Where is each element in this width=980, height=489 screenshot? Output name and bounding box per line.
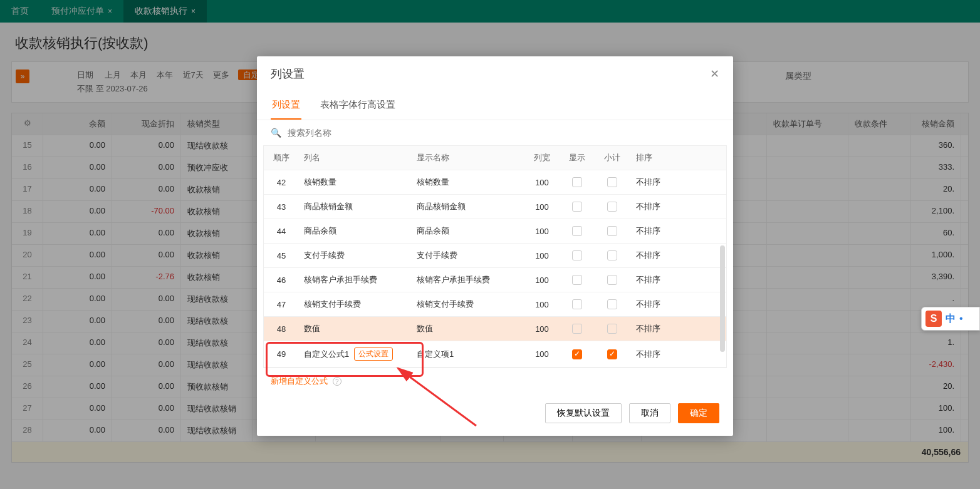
subtotal-checkbox[interactable] [607,226,617,236]
subtotal-checkbox[interactable] [607,177,617,187]
show-checkbox[interactable] [572,299,582,309]
ime-indicator[interactable]: S 中 • [921,307,980,331]
ime-more-icon: • [959,313,963,324]
add-custom-formula-link[interactable]: 新增自定义公式 [271,376,328,386]
search-columns-input[interactable] [288,128,719,138]
column-config-row[interactable]: 44商品余额商品余额100不排序 [264,219,726,244]
close-icon[interactable]: ✕ [710,67,719,81]
ime-logo-icon: S [925,311,942,327]
formula-settings-button[interactable]: 公式设置 [354,347,393,361]
subtotal-checkbox[interactable] [607,349,617,359]
show-checkbox[interactable] [572,250,582,260]
modal-title: 列设置 [271,66,305,81]
modal-table-header: 顺序 列名 显示名称 列宽 显示 小计 排序 [264,146,726,170]
show-checkbox[interactable] [572,349,582,359]
column-config-row[interactable]: 42核销数量核销数量100不排序 [264,170,726,195]
subtotal-checkbox[interactable] [607,299,617,309]
show-checkbox[interactable] [572,202,582,212]
column-config-row[interactable]: 47核销支付手续费核销支付手续费100不排序 [264,292,726,317]
cancel-button[interactable]: 取消 [629,403,670,423]
subtotal-checkbox[interactable] [607,324,617,334]
column-config-row[interactable]: 45支付手续费支付手续费100不排序 [264,244,726,268]
ime-mode: 中 [946,312,956,326]
show-checkbox[interactable] [572,226,582,236]
ok-button[interactable]: 确定 [678,403,719,423]
subtotal-checkbox[interactable] [607,202,617,212]
search-icon: 🔍 [271,128,281,138]
show-checkbox[interactable] [572,324,582,334]
scrollbar[interactable] [720,245,725,352]
modal-tab-font[interactable]: 表格字体行高设置 [319,91,397,120]
modal-tab-columns[interactable]: 列设置 [271,91,301,120]
column-config-row[interactable]: 46核销客户承担手续费核销客户承担手续费100不排序 [264,268,726,292]
subtotal-checkbox[interactable] [607,250,617,260]
column-config-row[interactable]: 48数值数值100不排序 [264,317,726,341]
help-icon[interactable]: ? [333,377,341,386]
show-checkbox[interactable] [572,177,582,187]
column-config-row[interactable]: 49自定义公式1 公式设置自定义项1100不排序 [264,341,726,368]
column-settings-modal: 列设置 ✕ 列设置 表格字体行高设置 🔍 顺序 列名 显示名称 列宽 显示 小计… [257,56,733,436]
subtotal-checkbox[interactable] [607,275,617,285]
show-checkbox[interactable] [572,275,582,285]
column-config-row[interactable]: 43商品核销金额商品核销金额100不排序 [264,195,726,219]
reset-default-button[interactable]: 恢复默认设置 [545,403,622,423]
